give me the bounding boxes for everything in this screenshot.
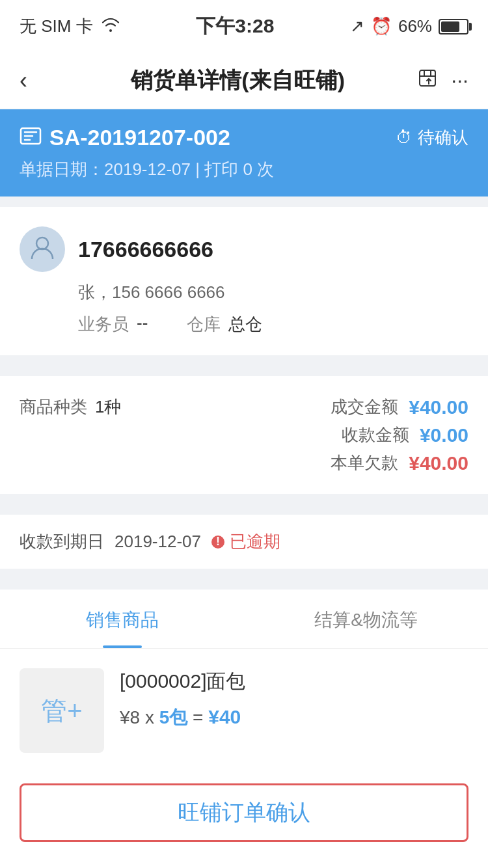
tab-settlement[interactable]: 结算&物流等 <box>244 590 488 648</box>
order-number: SA-20191207-002 <box>20 125 230 150</box>
avatar-icon <box>29 233 56 266</box>
wifi-icon <box>101 16 120 36</box>
warehouse-value: 总仓 <box>228 313 262 336</box>
product-logo: 管+ <box>41 693 82 729</box>
share-button[interactable] <box>417 68 438 94</box>
sales-label: 业务员 <box>78 313 129 336</box>
status-left: 无 SIM 卡 <box>20 15 120 38</box>
clock-icon: ⏱ <box>396 128 413 148</box>
owed-label: 本单欠款 <box>331 452 398 474</box>
owed-value: ¥40.00 <box>409 452 468 474</box>
quantity: 5包 <box>159 707 188 727</box>
transaction-row: 成交金额 ¥40.00 <box>331 396 468 418</box>
customer-name-phone: 张，156 6666 6666 <box>78 281 468 304</box>
page-title: 销货单详情(来自旺铺) <box>131 66 345 96</box>
back-button[interactable]: ‹ <box>20 67 59 94</box>
location-icon: ↗ <box>350 16 364 36</box>
owed-row: 本单欠款 ¥40.00 <box>331 452 468 474</box>
warehouse-info: 仓库 总仓 <box>187 313 262 336</box>
product-price: ¥8 x 5包 = ¥40 <box>120 705 468 730</box>
divider-4 <box>0 579 488 590</box>
unit-price: ¥8 x <box>120 707 159 727</box>
summary-section: 商品种类 1种 成交金额 ¥40.00 收款金额 ¥0.00 本单欠款 ¥40.… <box>0 376 488 494</box>
avatar <box>20 226 65 272</box>
overdue-label: 已逾期 <box>230 530 280 553</box>
product-image: 管+ <box>20 668 104 753</box>
tabs-section: 销售商品 结算&物流等 管+ [0000002]面包 ¥8 x 5包 = ¥40 <box>0 590 488 772</box>
battery-percent: 66% <box>398 16 432 36</box>
transaction-label: 成交金额 <box>331 396 398 418</box>
order-status: ⏱ 待确认 <box>396 126 468 149</box>
nav-actions: ··· <box>417 68 468 94</box>
total-price: ¥40 <box>208 706 241 727</box>
carrier-text: 无 SIM 卡 <box>20 15 93 38</box>
summary-left: 商品种类 1种 <box>20 396 121 418</box>
warehouse-label: 仓库 <box>187 313 221 336</box>
header-top: SA-20191207-002 ⏱ 待确认 <box>20 125 468 150</box>
product-types-label: 商品种类 <box>20 396 87 418</box>
divider-3 <box>0 504 488 515</box>
tab-sales-products[interactable]: 销售商品 <box>0 590 244 648</box>
product-info: [0000002]面包 ¥8 x 5包 = ¥40 <box>120 668 468 730</box>
nav-bar: ‹ 销货单详情(来自旺铺) ··· <box>0 52 488 109</box>
battery-icon <box>439 16 468 36</box>
product-sku: [0000002]面包 <box>120 668 468 695</box>
product-item: 管+ [0000002]面包 ¥8 x 5包 = ¥40 <box>20 668 468 753</box>
svg-rect-0 <box>420 70 435 86</box>
confirm-btn-wrapper: 旺铺订单确认 <box>0 770 488 868</box>
customer-row: 17666666666 <box>20 226 468 272</box>
svg-point-2 <box>36 237 48 249</box>
more-button[interactable]: ··· <box>451 68 468 92</box>
header-card: SA-20191207-002 ⏱ 待确认 单据日期：2019-12-07 | … <box>0 109 488 197</box>
product-types-value: 1种 <box>95 396 121 418</box>
received-value: ¥0.00 <box>420 424 468 446</box>
customer-meta: 业务员 -- 仓库 总仓 <box>78 313 468 336</box>
status-right: ↗ ⏰ 66% <box>350 16 468 36</box>
tabs-bar: 销售商品 结算&物流等 <box>0 590 488 649</box>
transaction-value: ¥40.00 <box>409 396 468 418</box>
sales-value: -- <box>137 313 148 336</box>
customer-phone: 17666666666 <box>78 237 213 262</box>
due-label: 收款到期日 <box>20 530 104 553</box>
summary-right: 成交金额 ¥40.00 收款金额 ¥0.00 本单欠款 ¥40.00 <box>331 396 468 474</box>
due-value: 2019-12-07 <box>115 532 201 552</box>
received-row: 收款金额 ¥0.00 <box>342 424 468 446</box>
overdue-badge: ! 已逾期 <box>211 530 280 553</box>
divider-1 <box>0 197 488 207</box>
overdue-icon: ! <box>211 536 224 549</box>
product-section: 管+ [0000002]面包 ¥8 x 5包 = ¥40 <box>0 649 488 772</box>
order-icon <box>20 125 42 150</box>
status-bar: 无 SIM 卡 下午3:28 ↗ ⏰ 66% <box>0 0 488 52</box>
divider-2 <box>0 366 488 376</box>
sales-info: 业务员 -- <box>78 313 148 336</box>
order-date: 单据日期：2019-12-07 | 打印 0 次 <box>20 158 468 181</box>
received-label: 收款金额 <box>342 424 409 446</box>
confirm-order-button[interactable]: 旺铺订单确认 <box>20 783 468 842</box>
alarm-icon: ⏰ <box>371 16 392 36</box>
product-types-row: 商品种类 1种 <box>20 396 121 418</box>
customer-section: 17666666666 张，156 6666 6666 业务员 -- 仓库 总仓 <box>0 207 488 355</box>
time-display: 下午3:28 <box>196 13 274 40</box>
price-separator: = <box>187 707 208 727</box>
due-section: 收款到期日 2019-12-07 ! 已逾期 <box>0 515 488 569</box>
